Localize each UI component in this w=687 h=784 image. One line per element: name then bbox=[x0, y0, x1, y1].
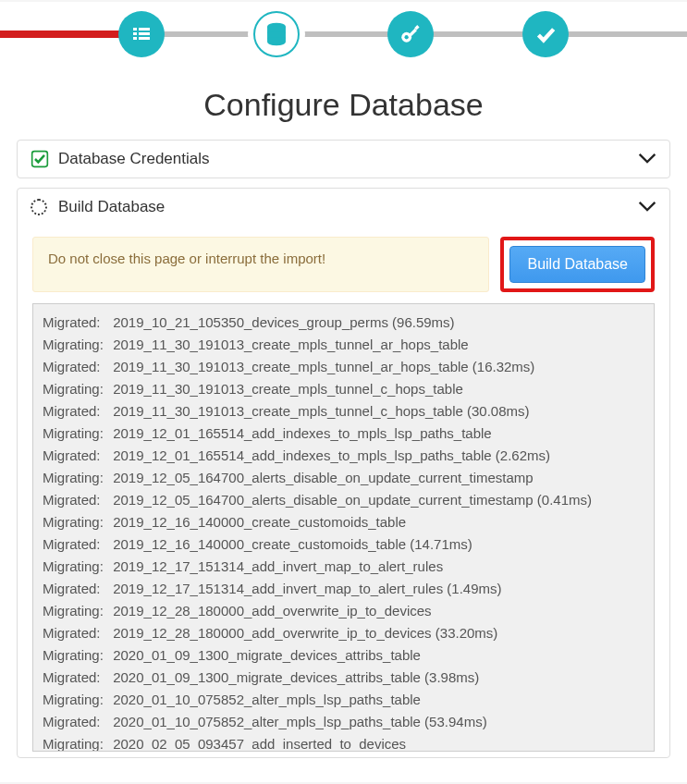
log-text: 2019_12_17_151314_add_invert_map_to_aler… bbox=[113, 581, 501, 596]
panel-build-body: Do not close this page or interrupt the … bbox=[18, 226, 669, 757]
svg-rect-0 bbox=[133, 28, 137, 31]
log-text: 2019_12_01_165514_add_indexes_to_mpls_ls… bbox=[113, 447, 550, 463]
import-warning-alert: Do not close this page or interrupt the … bbox=[32, 237, 489, 292]
build-database-button[interactable]: Build Database bbox=[509, 246, 645, 283]
key-icon bbox=[399, 22, 423, 46]
log-line: Migrating: 2019_12_01_165514_add_indexes… bbox=[43, 423, 644, 445]
step-prerequisites[interactable] bbox=[118, 11, 165, 57]
log-text: 2020_02_05_093457_add_inserted_to_device… bbox=[113, 736, 406, 752]
log-text: 2020_01_10_075852_alter_mpls_lsp_paths_t… bbox=[113, 692, 421, 707]
log-line: Migrated: 2019_12_01_165514_add_indexes_… bbox=[43, 445, 644, 467]
log-text: 2019_12_28_180000_add_overwrite_ip_to_de… bbox=[113, 625, 497, 641]
log-status: Migrating: bbox=[43, 600, 109, 622]
log-status: Migrated: bbox=[43, 578, 109, 600]
list-icon bbox=[130, 23, 153, 45]
log-text: 2020_01_09_1300_migrate_devices_attribs_… bbox=[113, 647, 421, 663]
log-text: 2019_12_05_164700_alerts_disable_on_upda… bbox=[113, 492, 592, 508]
log-status: Migrated: bbox=[43, 445, 109, 467]
log-text: 2019_10_21_105350_devices_group_perms (9… bbox=[113, 314, 454, 330]
log-line: Migrated: 2019_12_16_140000_create_custo… bbox=[43, 533, 644, 556]
build-button-highlight: Build Database bbox=[500, 237, 655, 292]
svg-rect-1 bbox=[133, 32, 137, 35]
log-text: 2019_12_16_140000_create_customoids_tabl… bbox=[113, 536, 472, 552]
step-finish[interactable] bbox=[522, 11, 569, 57]
stepper bbox=[0, 2, 687, 68]
log-status: Migrating: bbox=[43, 467, 109, 489]
log-status: Migrated: bbox=[43, 711, 109, 733]
log-text: 2019_11_30_191013_create_mpls_tunnel_ar_… bbox=[113, 359, 534, 374]
log-status: Migrating: bbox=[43, 644, 109, 667]
log-status: Migrated: bbox=[43, 400, 109, 423]
log-status: Migrated: bbox=[43, 356, 109, 378]
log-status: Migrating: bbox=[43, 556, 109, 578]
log-text: 2019_12_05_164700_alerts_disable_on_upda… bbox=[113, 470, 534, 485]
log-line: Migrated: 2019_12_05_164700_alerts_disab… bbox=[43, 489, 644, 511]
page-title: Configure Database bbox=[0, 87, 687, 123]
svg-rect-2 bbox=[133, 37, 137, 40]
log-text: 2020_01_10_075852_alter_mpls_lsp_paths_t… bbox=[113, 714, 486, 729]
log-line: Migrating: 2019_11_30_191013_create_mpls… bbox=[43, 378, 644, 400]
log-line: Migrating: 2020_01_09_1300_migrate_devic… bbox=[43, 644, 644, 667]
svg-rect-3 bbox=[139, 28, 150, 31]
log-line: Migrated: 2020_01_10_075852_alter_mpls_l… bbox=[43, 711, 644, 733]
log-status: Migrating: bbox=[43, 511, 109, 533]
log-status: Migrating: bbox=[43, 378, 109, 400]
log-line: Migrating: 2020_01_10_075852_alter_mpls_… bbox=[43, 689, 644, 711]
log-line: Migrating: 2019_12_17_151314_add_invert_… bbox=[43, 556, 644, 578]
log-line: Migrated: 2020_01_09_1300_migrate_device… bbox=[43, 667, 644, 689]
chevron-down-icon bbox=[638, 152, 656, 167]
panel-credentials-header[interactable]: Database Credentials bbox=[18, 141, 669, 178]
log-status: Migrating: bbox=[43, 334, 109, 356]
check-icon bbox=[534, 22, 558, 46]
log-text: 2019_11_30_191013_create_mpls_tunnel_c_h… bbox=[113, 403, 529, 419]
log-text: 2019_11_30_191013_create_mpls_tunnel_c_h… bbox=[113, 381, 463, 397]
log-line: Migrated: 2019_10_21_105350_devices_grou… bbox=[43, 312, 644, 334]
log-text: 2020_01_09_1300_migrate_devices_attribs_… bbox=[113, 669, 479, 685]
log-status: Migrated: bbox=[43, 667, 109, 689]
log-text: 2019_12_01_165514_add_indexes_to_mpls_ls… bbox=[113, 425, 492, 441]
log-status: Migrated: bbox=[43, 489, 109, 511]
log-text: 2019_12_17_151314_add_invert_map_to_aler… bbox=[113, 558, 443, 574]
log-status: Migrated: bbox=[43, 312, 109, 334]
log-line: Migrated: 2019_11_30_191013_create_mpls_… bbox=[43, 356, 644, 378]
log-text: 2019_12_16_140000_create_customoids_tabl… bbox=[113, 514, 406, 530]
panel-build: Build Database Do not close this page or… bbox=[17, 188, 670, 758]
log-text: 2019_12_28_180000_add_overwrite_ip_to_de… bbox=[113, 603, 431, 619]
panel-build-title: Build Database bbox=[58, 198, 638, 216]
migration-log[interactable]: Migrated: 2019_10_21_105350_devices_grou… bbox=[32, 303, 655, 752]
log-status: Migrating: bbox=[43, 689, 109, 711]
log-line: Migrating: 2019_12_16_140000_create_cust… bbox=[43, 511, 644, 533]
log-line: Migrated: 2019_12_17_151314_add_invert_m… bbox=[43, 578, 644, 600]
panel-credentials: Database Credentials bbox=[17, 140, 670, 178]
svg-rect-5 bbox=[139, 37, 150, 40]
database-icon bbox=[264, 21, 289, 47]
success-check-icon bbox=[31, 150, 49, 168]
svg-rect-4 bbox=[139, 32, 150, 35]
log-line: Migrating: 2020_02_05_093457_add_inserte… bbox=[43, 733, 644, 752]
log-status: Migrating: bbox=[43, 423, 109, 445]
log-line: Migrating: 2019_11_30_191013_create_mpls… bbox=[43, 334, 644, 356]
panel-credentials-title: Database Credentials bbox=[58, 150, 638, 168]
spinner-icon bbox=[31, 199, 49, 215]
log-text: 2019_11_30_191013_create_mpls_tunnel_ar_… bbox=[113, 337, 469, 352]
log-line: Migrating: 2019_12_05_164700_alerts_disa… bbox=[43, 467, 644, 489]
log-line: Migrated: 2019_11_30_191013_create_mpls_… bbox=[43, 400, 644, 423]
chevron-down-icon bbox=[638, 200, 656, 215]
log-line: Migrating: 2019_12_28_180000_add_overwri… bbox=[43, 600, 644, 622]
installer-page: Configure Database Database Credentials … bbox=[0, 2, 687, 782]
panel-build-header[interactable]: Build Database bbox=[18, 189, 669, 226]
step-admin-user[interactable] bbox=[387, 11, 434, 57]
log-line: Migrated: 2019_12_28_180000_add_overwrit… bbox=[43, 622, 644, 644]
log-status: Migrated: bbox=[43, 622, 109, 644]
log-status: Migrating: bbox=[43, 733, 109, 752]
step-database[interactable] bbox=[253, 11, 300, 57]
log-status: Migrated: bbox=[43, 533, 109, 556]
